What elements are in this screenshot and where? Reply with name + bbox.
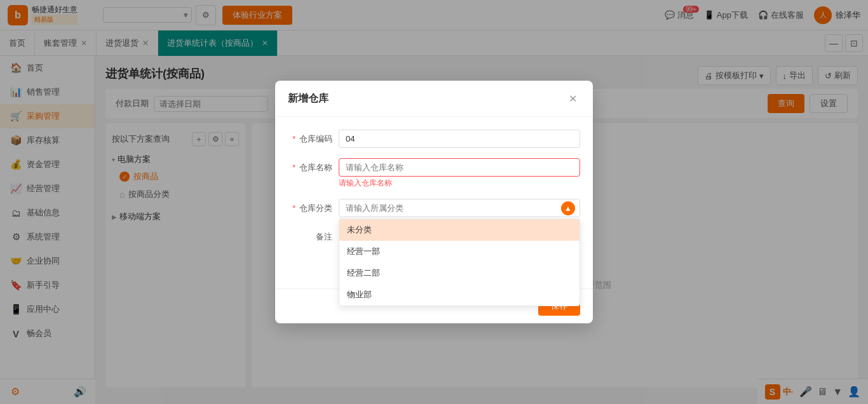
category-select-wrap: ▲ 未分类 经营一部 经营二部 物业部 xyxy=(339,199,580,217)
name-required-mark: * xyxy=(292,163,295,172)
modal-close-button[interactable]: ✕ xyxy=(565,91,580,106)
form-row-code: * 仓库编码 xyxy=(288,130,580,148)
name-label: * 仓库名称 xyxy=(288,158,332,173)
dropdown-item-uncategorized[interactable]: 未分类 xyxy=(339,219,580,241)
code-input[interactable] xyxy=(339,130,580,148)
category-dropdown-toggle[interactable]: ▲ xyxy=(561,201,575,215)
remark-label: 备注 xyxy=(288,227,332,243)
code-required-mark: * xyxy=(292,134,295,144)
category-dropdown-list: 未分类 经营一部 经营二部 物业部 xyxy=(339,219,580,306)
dropdown-item-dept2[interactable]: 经营二部 xyxy=(339,262,580,284)
name-error-msg: 请输入仓库名称 xyxy=(339,178,580,189)
category-required-mark: * xyxy=(292,203,295,213)
name-input-wrap: 请输入仓库名称 xyxy=(339,158,580,189)
modal-overlay[interactable]: 新增仓库 ✕ * 仓库编码 * 仓库名称 请输入仓库名称 xyxy=(0,0,868,404)
modal-title: 新增仓库 xyxy=(288,92,329,105)
name-input[interactable] xyxy=(339,158,580,177)
category-input[interactable] xyxy=(339,199,580,217)
category-label: * 仓库分类 xyxy=(288,199,332,214)
modal-header: 新增仓库 ✕ xyxy=(275,81,593,117)
modal-body: * 仓库编码 * 仓库名称 请输入仓库名称 * xyxy=(275,117,593,288)
form-row-category: * 仓库分类 ▲ 未分类 经营一部 经营二部 物业部 xyxy=(288,199,580,217)
code-label: * 仓库编码 xyxy=(288,130,332,145)
modal-dialog: 新增仓库 ✕ * 仓库编码 * 仓库名称 请输入仓库名称 xyxy=(275,81,593,323)
dropdown-item-dept3[interactable]: 物业部 xyxy=(339,284,580,306)
dropdown-item-dept1[interactable]: 经营一部 xyxy=(339,241,580,262)
form-row-name: * 仓库名称 请输入仓库名称 xyxy=(288,158,580,189)
